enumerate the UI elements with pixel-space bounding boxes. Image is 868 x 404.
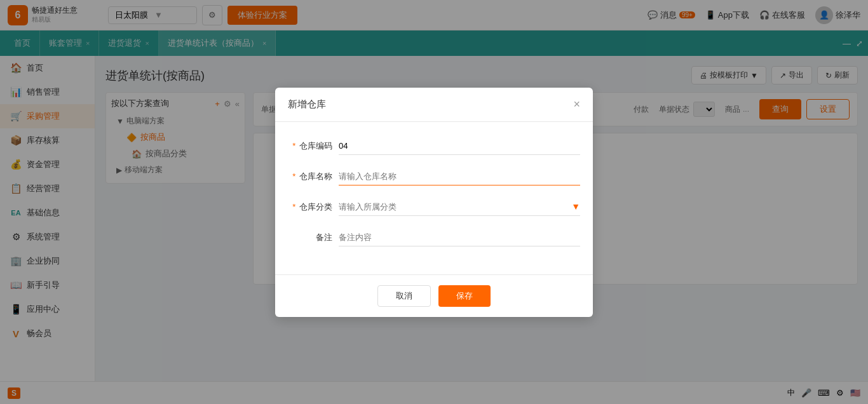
dialog-close-button[interactable]: × — [573, 98, 580, 111]
dialog-title: 新增仓库 — [288, 98, 326, 111]
warehouse-name-label: * 仓库名称 — [288, 171, 339, 182]
required-mark: * — [292, 141, 295, 151]
dialog-footer: 取消 保存 — [275, 274, 593, 317]
save-button[interactable]: 保存 — [438, 285, 491, 307]
remark-row: 备注 — [288, 229, 580, 246]
warehouse-category-row: * 仓库分类 ▼ — [288, 198, 580, 216]
remark-label: 备注 — [288, 232, 339, 243]
required-mark-3: * — [292, 202, 295, 212]
new-warehouse-dialog: 新增仓库 × * 仓库编码 * 仓库名称 — [275, 88, 593, 317]
warehouse-name-row: * 仓库名称 — [288, 168, 580, 185]
warehouse-category-input[interactable] — [339, 198, 571, 215]
modal-overlay: 新增仓库 × * 仓库编码 * 仓库名称 — [0, 0, 868, 404]
category-dropdown-arrow[interactable]: ▼ — [571, 201, 580, 212]
dialog-header: 新增仓库 × — [275, 88, 593, 122]
warehouse-code-row: * 仓库编码 — [288, 137, 580, 155]
dialog-body: * 仓库编码 * 仓库名称 * 仓库分类 — [275, 122, 593, 274]
warehouse-code-input[interactable] — [339, 137, 580, 155]
remark-input[interactable] — [339, 229, 580, 246]
required-mark-2: * — [292, 172, 295, 181]
warehouse-name-input[interactable] — [339, 168, 580, 185]
warehouse-category-wrapper: ▼ — [339, 198, 580, 216]
warehouse-code-label: * 仓库编码 — [288, 140, 339, 152]
cancel-button[interactable]: 取消 — [377, 285, 431, 307]
warehouse-category-label: * 仓库分类 — [288, 201, 339, 213]
